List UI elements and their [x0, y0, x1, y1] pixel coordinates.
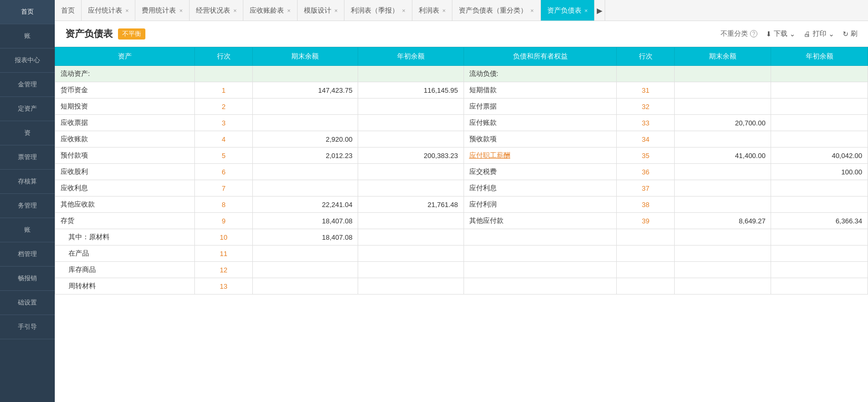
- download-arrow-icon: ⌄: [790, 30, 795, 38]
- page-header: 资产负债表 不平衡 不重分类 ? ⬇ 下载 ⌄ 🖨 打印 ⌄: [55, 21, 868, 47]
- left-row: 6: [195, 164, 252, 180]
- tab-profit-quarterly-close[interactable]: ×: [402, 7, 405, 14]
- table-row[interactable]: 货币资金 1 147,423.75 116,145.95 短期借款 31: [55, 82, 868, 99]
- left-begin: [358, 229, 463, 246]
- sidebar-item-account[interactable]: 账: [0, 24, 55, 48]
- col-begin-balance-right: 年初余额: [771, 47, 868, 66]
- sidebar-item-expense[interactable]: 畅报销: [0, 267, 55, 291]
- tab-home[interactable]: 首页: [55, 0, 82, 21]
- col-liabilities: 负债和所有者权益: [463, 47, 617, 66]
- table-row[interactable]: 应收票据 3 应付账款 33 20,700.00: [55, 115, 868, 131]
- download-icon: ⬇: [766, 30, 772, 38]
- no-reclassify-label: 不重分类: [721, 29, 748, 38]
- tab-payable-stats[interactable]: 应付统计表 ×: [82, 0, 135, 21]
- no-reclassify-option[interactable]: 不重分类 ?: [721, 29, 757, 38]
- tab-profit[interactable]: 利润表 ×: [412, 0, 452, 21]
- sidebar-item-home[interactable]: 首页: [0, 0, 55, 24]
- sidebar-item-archive[interactable]: 档管理: [0, 242, 55, 267]
- left-label: 在产品: [55, 246, 195, 262]
- table-row[interactable]: 其中：原材料 10 18,407.08: [55, 229, 868, 246]
- sidebar-item-capital[interactable]: 资: [0, 121, 55, 145]
- right-row: 39: [617, 213, 674, 229]
- tab-template-design-close[interactable]: ×: [334, 7, 338, 14]
- tab-payable-stats-close[interactable]: ×: [125, 7, 129, 14]
- left-end: 2,920.00: [252, 131, 358, 148]
- table-row[interactable]: 周转材料 13: [55, 278, 868, 295]
- section-current-assets: 流动资产: 流动负债:: [55, 66, 868, 82]
- left-end: [252, 180, 358, 197]
- left-end: 18,407.08: [252, 213, 358, 229]
- tab-scroll-right[interactable]: ▶: [595, 0, 605, 21]
- print-arrow-icon: ⌄: [828, 30, 834, 38]
- right-label: 应付账款: [463, 115, 617, 131]
- left-begin: [358, 213, 463, 229]
- left-label: 应收票据: [55, 115, 195, 131]
- refresh-button[interactable]: ↻ 刷: [843, 29, 857, 38]
- tab-receivable-aging[interactable]: 应收账龄表 ×: [243, 0, 297, 21]
- page-title-area: 资产负债表 不平衡: [65, 27, 145, 40]
- table-row[interactable]: 预付款项 5 2,012.23 200,383.23 应付职工薪酬 35 41,…: [55, 148, 868, 164]
- right-end: [674, 246, 771, 262]
- tab-expense-stats-close[interactable]: ×: [179, 7, 182, 14]
- tab-balance-reclassified-close[interactable]: ×: [530, 7, 534, 14]
- table-row[interactable]: 在产品 11: [55, 246, 868, 262]
- table-row[interactable]: 其他应收款 8 22,241.04 21,761.48 应付利润 38: [55, 197, 868, 213]
- right-begin: 6,366.34: [771, 213, 868, 229]
- tab-expense-stats[interactable]: 费用统计表 ×: [135, 0, 189, 21]
- table-row[interactable]: 应收利息 7 应付利息 37: [55, 180, 868, 197]
- right-row: [617, 229, 674, 246]
- right-row: 36: [617, 164, 674, 180]
- help-icon[interactable]: ?: [750, 30, 757, 37]
- sidebar-item-fixed-assets[interactable]: 定资产: [0, 97, 55, 121]
- table-row[interactable]: 库存商品 12: [55, 262, 868, 278]
- refresh-label: 刷: [851, 29, 857, 38]
- sidebar-item-report-center[interactable]: 报表中心: [0, 48, 55, 73]
- tab-profit-quarterly[interactable]: 利润表（季报） ×: [344, 0, 412, 21]
- sidebar-item-fund[interactable]: 金管理: [0, 73, 55, 97]
- col-begin-balance-left: 年初余额: [358, 47, 463, 66]
- left-label: 短期投资: [55, 99, 195, 115]
- download-label: 下载: [774, 29, 787, 38]
- right-begin: [771, 115, 868, 131]
- left-row: 11: [195, 246, 252, 262]
- tab-balance-close[interactable]: ×: [585, 7, 588, 14]
- sidebar-item-settings[interactable]: 础设置: [0, 291, 55, 315]
- left-label: 应收账款: [55, 131, 195, 148]
- download-button[interactable]: ⬇ 下载 ⌄: [766, 29, 795, 38]
- right-end: [674, 278, 771, 295]
- table-row[interactable]: 短期投资 2 应付票据 32: [55, 99, 868, 115]
- left-row: 4: [195, 131, 252, 148]
- tab-profit-close[interactable]: ×: [442, 7, 446, 14]
- right-end: [674, 131, 771, 148]
- sidebar: 首页 账 报表中心 金管理 定资产 资 票管理 存核算 务管理 账 档管理 畅报…: [0, 0, 55, 402]
- table-row[interactable]: 存货 9 18,407.08 其他应付款 39 8,649.27 6,366.3…: [55, 213, 868, 229]
- sidebar-item-ledger[interactable]: 账: [0, 218, 55, 242]
- right-label: 应付职工薪酬: [463, 148, 617, 164]
- left-end: 22,241.04: [252, 197, 358, 213]
- right-row: [617, 278, 674, 295]
- right-row: [617, 262, 674, 278]
- tab-balance-reclassified[interactable]: 资产负债表（重分类） ×: [452, 0, 540, 21]
- sidebar-item-inventory[interactable]: 存核算: [0, 170, 55, 194]
- print-button[interactable]: 🖨 打印 ⌄: [804, 29, 834, 38]
- tab-operations-label: 经营状况表: [196, 6, 230, 15]
- sidebar-item-guide[interactable]: 手引导: [0, 315, 55, 339]
- right-begin: [771, 246, 868, 262]
- tab-operations-close[interactable]: ×: [233, 7, 236, 14]
- tab-receivable-aging-close[interactable]: ×: [287, 7, 290, 14]
- table-row[interactable]: 应收股利 6 应交税费 36 100.00: [55, 164, 868, 180]
- right-row: 34: [617, 131, 674, 148]
- sidebar-item-ticket[interactable]: 票管理: [0, 145, 55, 170]
- right-label: 应交税费: [463, 164, 617, 180]
- tab-operations[interactable]: 经营状况表 ×: [190, 0, 243, 21]
- tab-balance-label: 资产负债表: [547, 6, 581, 15]
- left-begin: [358, 164, 463, 180]
- tab-balance[interactable]: 资产负债表 ×: [541, 0, 595, 21]
- right-begin: [771, 262, 868, 278]
- tab-template-design[interactable]: 模版设计 ×: [298, 0, 344, 21]
- table-row[interactable]: 应收账款 4 2,920.00 预收款项 34: [55, 131, 868, 148]
- refresh-icon: ↻: [843, 30, 849, 38]
- sidebar-item-business[interactable]: 务管理: [0, 194, 55, 218]
- page-actions: 不重分类 ? ⬇ 下载 ⌄ 🖨 打印 ⌄ ↻ 刷: [721, 29, 857, 38]
- left-end: 18,407.08: [252, 229, 358, 246]
